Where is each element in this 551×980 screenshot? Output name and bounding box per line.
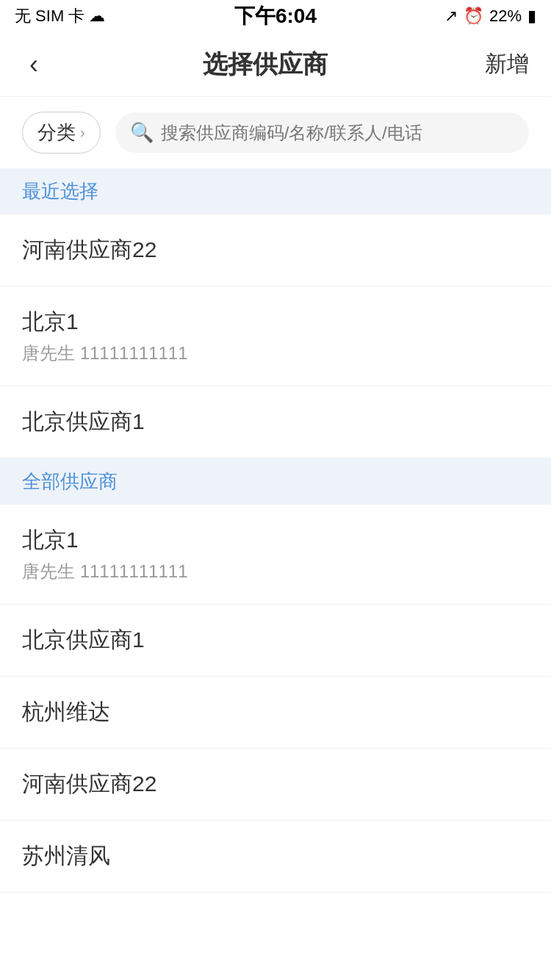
status-right: ↗ ⏰ 22% ▮ [444,7,536,26]
nav-bar: ‹ 选择供应商 新增 [0,32,551,97]
item-name: 北京供应商1 [22,625,529,655]
list-item[interactable]: 杭州维达 [0,677,551,749]
battery-level: 22% [489,7,522,26]
item-name: 北京1 [22,307,529,337]
status-bar: 无 SIM 卡 ☁ 下午6:04 ↗ ⏰ 22% ▮ [0,0,551,32]
supplier-list: 最近选择河南供应商22北京1唐先生 11111111111北京供应商1全部供应商… [0,168,551,893]
page-title: 选择供应商 [203,48,328,82]
item-sub: 唐先生 11111111111 [22,342,529,365]
battery-icon: ▮ [527,7,536,26]
back-button[interactable]: ‹ [22,42,46,87]
category-filter-button[interactable]: 分类 › [22,112,101,154]
item-name: 北京1 [22,525,529,555]
category-label: 分类 [37,120,76,145]
status-left: 无 SIM 卡 ☁ [15,5,105,27]
search-icon: 🔍 [130,121,154,144]
section-header-recent: 最近选择 [0,168,551,215]
list-item[interactable]: 北京供应商1 [0,605,551,677]
list-item[interactable]: 北京供应商1 [0,386,551,458]
search-input[interactable] [161,123,514,143]
item-name: 苏州清风 [22,841,529,871]
add-button[interactable]: 新增 [485,49,529,79]
location-icon: ↗ [444,7,458,26]
list-item[interactable]: 苏州清风 [0,821,551,893]
list-item[interactable]: 北京1唐先生 11111111111 [0,287,551,386]
search-input-wrap: 🔍 [115,112,529,153]
search-section: 分类 › 🔍 [0,97,551,168]
list-item[interactable]: 河南供应商22 [0,749,551,821]
item-name: 河南供应商22 [22,235,529,265]
list-item[interactable]: 北京1唐先生 11111111111 [0,505,551,605]
list-item[interactable]: 河南供应商22 [0,215,551,287]
chevron-right-icon: › [80,124,85,141]
sim-status: 无 SIM 卡 ☁ [15,5,105,27]
item-name: 河南供应商22 [22,769,529,799]
item-name: 杭州维达 [22,697,529,727]
item-sub: 唐先生 11111111111 [22,560,529,583]
alarm-icon: ⏰ [464,7,483,26]
item-name: 北京供应商1 [22,407,529,437]
status-time: 下午6:04 [234,2,317,30]
section-header-all: 全部供应商 [0,458,551,505]
